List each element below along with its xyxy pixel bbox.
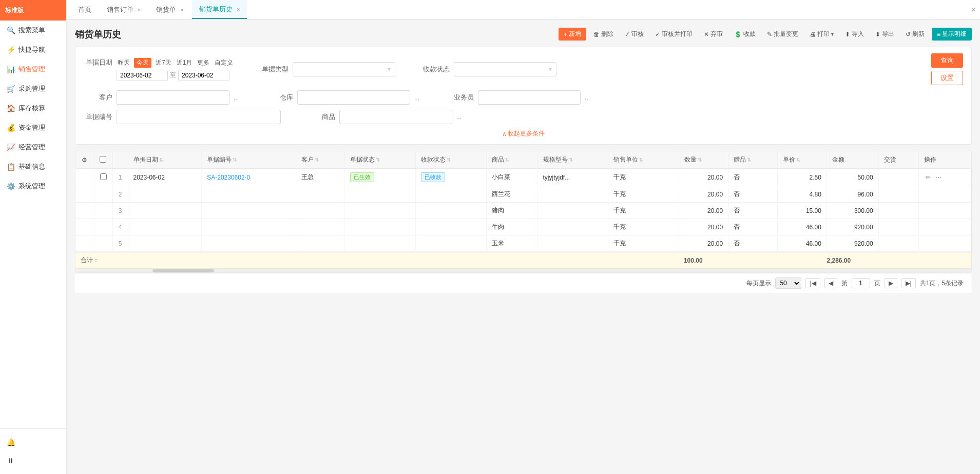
checkbox-cell[interactable]	[94, 186, 112, 203]
date-from-input[interactable]	[117, 70, 168, 81]
show-detail-button[interactable]: ≡ 显示明细	[932, 28, 972, 41]
prev-page-btn[interactable]: ◀	[824, 278, 837, 288]
date-to-input[interactable]	[178, 70, 229, 81]
checkbox-cell[interactable]	[94, 169, 112, 186]
refresh-button[interactable]: ↺ 刷新	[901, 28, 929, 41]
select-all-checkbox[interactable]	[100, 156, 106, 163]
checkbox-col-header[interactable]	[94, 151, 112, 169]
gear-col-header[interactable]: ⚙	[75, 151, 94, 169]
tab-sales-history-close[interactable]: ×	[237, 6, 240, 12]
batch-change-button[interactable]: ✎ 批量变更	[763, 28, 802, 41]
product-sort[interactable]: 商品 ⇅	[492, 155, 509, 164]
customer-sort[interactable]: 客户 ⇅	[301, 155, 319, 164]
tab-sales-shipment-close[interactable]: ×	[180, 7, 183, 13]
tab-sales-shipment[interactable]: 销货单 ×	[149, 0, 190, 19]
unit-sort[interactable]: 销售单位 ⇅	[613, 155, 643, 164]
docno-cell[interactable]	[202, 219, 296, 235]
docno-cell[interactable]	[202, 186, 296, 203]
qty-col-header[interactable]: 数量 ⇅	[679, 151, 728, 169]
product-input[interactable]	[339, 110, 452, 124]
warehouse-dotdot[interactable]: ...	[414, 94, 419, 101]
qty-sort[interactable]: 数量 ⇅	[684, 155, 702, 164]
gift-col-header[interactable]: 赠品 ⇅	[728, 151, 778, 169]
more-op-btn[interactable]: ⋯	[934, 173, 943, 182]
docno-sort[interactable]: 单据编号 ⇅	[207, 155, 237, 164]
customer-dotdot[interactable]: ...	[234, 94, 239, 101]
checkbox-cell[interactable]	[94, 235, 112, 252]
window-close-btn[interactable]: ✕	[971, 6, 976, 13]
sidebar-item-basic-info[interactable]: 📋 基础信息	[0, 157, 66, 176]
scrollbar-thumb[interactable]	[152, 269, 214, 272]
checkbox-cell[interactable]	[94, 219, 112, 235]
shortcut-7days[interactable]: 近7天	[155, 58, 172, 68]
export-button[interactable]: ⬇ 导出	[871, 28, 898, 41]
price-col-header[interactable]: 单价 ⇅	[778, 151, 827, 169]
delete-button[interactable]: 🗑 删除	[589, 28, 618, 41]
shortcut-today[interactable]: 今天	[134, 58, 151, 68]
next-page-btn[interactable]: ▶	[885, 278, 897, 288]
page-size-select[interactable]: 50 10 20 100	[775, 278, 801, 289]
gear-icon[interactable]: ⚙	[82, 156, 87, 164]
docno-cell[interactable]: SA-20230602-0	[202, 169, 296, 186]
salesperson-input[interactable]	[478, 90, 581, 105]
shortcut-1month[interactable]: 近1月	[176, 58, 194, 68]
row-checkbox[interactable]	[100, 173, 107, 180]
shortcut-yesterday[interactable]: 昨天	[117, 58, 131, 68]
first-page-btn[interactable]: |◀	[805, 278, 820, 288]
tab-sales-history[interactable]: 销货单历史 ×	[192, 0, 247, 19]
collapse-btn[interactable]: ∧ 收起更多条件	[502, 129, 545, 138]
settings-button[interactable]: 设置	[931, 71, 963, 85]
approve-print-button[interactable]: ✓ 审核并打印	[651, 28, 697, 41]
shortcut-more[interactable]: 更多	[196, 58, 210, 68]
docno-col-header[interactable]: 单据编号 ⇅	[202, 151, 296, 169]
warehouse-input[interactable]	[297, 90, 410, 105]
shortcut-custom[interactable]: 自定义	[214, 58, 234, 68]
docno-input[interactable]	[117, 110, 281, 124]
page-input[interactable]	[852, 278, 870, 288]
sidebar-item-search-menu[interactable]: 🔍 搜索菜单	[0, 21, 66, 40]
sidebar-item-fund-mgmt[interactable]: 💰 资金管理	[0, 118, 66, 137]
unit-col-header[interactable]: 销售单位 ⇅	[608, 151, 679, 169]
tab-sales-order-close[interactable]: ×	[138, 7, 141, 13]
docstatus-sort[interactable]: 单据状态 ⇅	[350, 155, 380, 164]
checkbox-cell[interactable]	[94, 203, 112, 219]
sidebar-item-operations-mgmt[interactable]: 📈 经营管理	[0, 137, 66, 157]
table-scrollbar[interactable]	[75, 268, 971, 272]
customer-input[interactable]	[117, 90, 229, 105]
collect-status-select[interactable]: ▾	[454, 62, 556, 76]
docno-cell[interactable]	[202, 203, 296, 219]
customer-col-header[interactable]: 客户 ⇅	[296, 151, 345, 169]
last-page-btn[interactable]: ▶|	[901, 278, 916, 288]
import-button[interactable]: ⬆ 导入	[841, 28, 868, 41]
sidebar-pause-btn[interactable]: ⏸	[0, 451, 66, 470]
date-col-header[interactable]: 单据日期 ⇅	[128, 151, 202, 169]
doc-type-select[interactable]: ▾	[293, 62, 395, 76]
docstatus-col-header[interactable]: 单据状态 ⇅	[345, 151, 416, 169]
new-button[interactable]: + 新增	[559, 28, 586, 41]
print-button[interactable]: 🖨 打印 ▾	[805, 28, 838, 41]
sidebar-item-inventory-calc[interactable]: 🏠 库存核算	[0, 98, 66, 118]
collect-button[interactable]: 💲 收款	[730, 28, 760, 41]
approve-button[interactable]: ✓ 审核	[621, 28, 648, 41]
query-button[interactable]: 查询	[931, 53, 963, 68]
abandon-button[interactable]: ✕ 弃审	[700, 28, 727, 41]
date-sort[interactable]: 单据日期 ⇅	[133, 155, 163, 164]
collectstatus-col-header[interactable]: 收款状态 ⇅	[416, 151, 487, 169]
sidebar-item-purchase-mgmt[interactable]: 🛒 采购管理	[0, 79, 66, 98]
sidebar-item-sales-mgmt[interactable]: 📊 销售管理	[0, 60, 66, 79]
product-col-header[interactable]: 商品 ⇅	[487, 151, 537, 169]
product-dotdot[interactable]: ...	[456, 113, 462, 121]
edit-op-btn[interactable]: ✏	[924, 173, 932, 182]
collectstatus-sort[interactable]: 收款状态 ⇅	[421, 155, 451, 164]
sidebar-item-quick-nav[interactable]: ⚡ 快捷导航	[0, 40, 66, 60]
gift-sort[interactable]: 赠品 ⇅	[734, 155, 751, 164]
price-sort[interactable]: 单价 ⇅	[783, 155, 800, 164]
sidebar-notify-btn[interactable]: 🔔	[0, 433, 66, 451]
docno-link[interactable]: SA-20230602-0	[207, 174, 250, 181]
tab-sales-order[interactable]: 销售订单 ×	[100, 0, 148, 19]
tab-home[interactable]: 首页	[71, 0, 99, 19]
spec-sort[interactable]: 规格型号 ⇅	[543, 155, 573, 164]
spec-col-header[interactable]: 规格型号 ⇅	[537, 151, 608, 169]
sidebar-item-system-mgmt[interactable]: ⚙️ 系统管理	[0, 176, 66, 196]
salesperson-dotdot[interactable]: ...	[585, 94, 590, 101]
